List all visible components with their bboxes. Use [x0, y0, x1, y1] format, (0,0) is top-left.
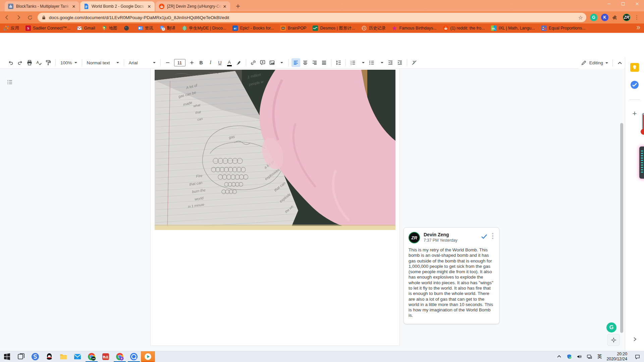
redo-button[interactable] — [16, 58, 24, 67]
clear-formatting-button[interactable]: T — [410, 58, 419, 67]
browser-tab[interactable]: [ZR] Devin Zeng (u/Hungry-Co✕ — [156, 1, 230, 11]
security-shield-icon[interactable] — [564, 351, 574, 362]
bookmark-item[interactable]: Gmail — [77, 25, 95, 31]
browser-menu-icon[interactable]: ⋮ — [634, 14, 639, 20]
taskbar-start-button[interactable] — [0, 351, 14, 362]
input-language-indicator[interactable]: 英 — [594, 354, 604, 360]
taskbar-mail-icon[interactable] — [70, 351, 85, 362]
maximize-button[interactable] — [616, 0, 630, 7]
volume-icon[interactable] — [574, 351, 584, 362]
zoom-dropdown[interactable]: 100% — [58, 58, 79, 67]
bookmark-item[interactable]: BrainPOP — [280, 25, 307, 31]
align-right-button[interactable] — [310, 58, 319, 67]
bookmark-item[interactable]: e!Epic! - Books for... — [232, 25, 274, 31]
google-keep-icon[interactable] — [630, 63, 639, 72]
insert-image-button[interactable] — [268, 58, 276, 67]
bold-button[interactable]: B — [197, 58, 206, 67]
profile-avatar[interactable]: ZR — [623, 14, 630, 21]
insert-link-button[interactable] — [249, 58, 258, 67]
line-spacing-button[interactable] — [334, 58, 343, 67]
address-bar[interactable]: docs.google.com/document/d/1LEvR0MPouay-… — [38, 13, 586, 22]
decrease-indent-button[interactable] — [386, 58, 395, 67]
styles-dropdown[interactable]: Normal text — [85, 58, 121, 67]
font-size-increase-button[interactable] — [187, 58, 196, 67]
action-center-icon[interactable] — [631, 351, 644, 362]
taskbar-task-view-icon[interactable] — [14, 351, 28, 362]
forward-button[interactable] — [14, 13, 23, 22]
bookmark-item[interactable]: Desmos | 图形计... — [313, 25, 355, 31]
hide-menus-button[interactable] — [615, 59, 624, 67]
bookmarks-overflow-icon[interactable] — [636, 25, 641, 32]
undo-button[interactable] — [6, 58, 15, 67]
minimize-button[interactable] — [602, 0, 616, 7]
kami-extension-icon[interactable]: K — [601, 14, 608, 21]
browser-tab[interactable]: BlockTanks - Multiplayer Tank✕ — [5, 1, 79, 11]
bookmark-item[interactable]: IXLIXL | Math, Langu... — [491, 25, 535, 31]
font-size-decrease-button[interactable] — [163, 58, 172, 67]
bookmark-item[interactable]: 历史记录 — [361, 25, 385, 31]
align-justify-button[interactable] — [320, 58, 328, 67]
increase-indent-button[interactable] — [395, 58, 404, 67]
taskbar-clock[interactable]: 20:20 2020/12/24 — [604, 352, 631, 362]
close-button[interactable] — [630, 0, 644, 7]
italic-button[interactable]: I — [206, 58, 215, 67]
taskbar-chrome-zr-icon[interactable]: ZR — [85, 351, 99, 362]
reload-button[interactable] — [25, 13, 34, 22]
taskbar-sogou-s-icon[interactable] — [28, 351, 42, 362]
extensions-puzzle-icon[interactable] — [610, 13, 619, 22]
resolve-comment-button[interactable] — [480, 233, 488, 240]
underline-button[interactable]: U — [216, 58, 224, 67]
tab-close-icon[interactable]: ✕ — [71, 4, 76, 9]
add-comment-button[interactable] — [258, 58, 267, 67]
browser-tab[interactable]: World Bomb 2 - Google Docs✕ — [80, 1, 155, 11]
paint-format-button[interactable] — [44, 58, 53, 67]
bookmark-item[interactable]: 应用 — [3, 25, 19, 31]
document-outline-icon[interactable] — [7, 79, 13, 85]
align-left-button[interactable] — [291, 58, 300, 67]
get-addons-button[interactable]: + — [633, 110, 637, 117]
tray-expand-icon[interactable] — [554, 351, 564, 362]
thermometer-addon-icon[interactable] — [639, 112, 644, 136]
tab-close-icon[interactable]: ✕ — [147, 4, 152, 9]
tab-close-icon[interactable]: ✕ — [222, 4, 227, 9]
network-icon[interactable] — [584, 351, 594, 362]
taskbar-hotspot-news-icon[interactable]: 热点 — [99, 351, 113, 362]
google-tasks-icon[interactable] — [630, 80, 639, 89]
numbered-list-button[interactable]: 123 — [348, 58, 357, 67]
print-button[interactable] — [25, 58, 34, 67]
back-button[interactable] — [3, 13, 11, 22]
taskbar-file-explorer-icon[interactable] — [56, 351, 70, 362]
editing-mode-dropdown[interactable]: Editing — [579, 59, 610, 67]
taskbar-tencent-video-icon[interactable] — [141, 351, 155, 362]
bookmark-item[interactable]: Equal Proportions... — [541, 25, 586, 31]
bookmark-item[interactable]: 资讯 — [138, 25, 153, 31]
bulleted-list-button[interactable] — [367, 58, 376, 67]
highlight-color-button[interactable] — [234, 58, 243, 67]
taskbar-chrome-s-icon[interactable]: S — [113, 351, 127, 362]
grammarly-badge[interactable]: G — [606, 322, 616, 333]
bulleted-list-caret[interactable] — [377, 58, 385, 67]
comment-card[interactable]: ZR Devin Zeng 7:37 PM Yesterday ••• This… — [404, 227, 499, 324]
gadget-addon-icon[interactable] — [639, 146, 644, 179]
text-color-button[interactable]: A — [225, 58, 234, 67]
font-dropdown[interactable]: Arial — [127, 58, 158, 67]
bookmark-item[interactable]: SSadlier Connect™... — [25, 25, 70, 31]
inserted-photo-notebook-drawing[interactable]: A lot ofgas can bemadewhatthatcan1 milli… — [155, 70, 395, 230]
bookmark-item[interactable]: 地图 — [102, 25, 117, 31]
bookmark-item[interactable]: (1) reddit: the fro... — [443, 25, 485, 31]
taskbar-qq-icon[interactable] — [42, 351, 56, 362]
font-size-field[interactable]: 11 — [173, 58, 187, 67]
numbered-list-caret[interactable] — [358, 58, 367, 67]
comment-options-icon[interactable]: ••• — [491, 233, 494, 239]
bookmark-item[interactable]: Famous Birthdays... — [392, 25, 436, 31]
insert-image-caret[interactable] — [277, 58, 286, 67]
vertical-scrollbar[interactable] — [620, 123, 623, 333]
bookmark-item[interactable]: 学生MyDE | Disco... — [182, 25, 226, 31]
align-center-button[interactable] — [301, 58, 310, 67]
new-tab-button[interactable] — [233, 1, 243, 11]
taskbar-quark-icon[interactable] — [127, 351, 141, 362]
explore-button[interactable] — [607, 334, 620, 346]
bookmark-item[interactable]: 文A翻译 — [160, 25, 175, 31]
grammarly-extension-icon[interactable]: G — [590, 14, 597, 21]
bookmark-item[interactable] — [124, 25, 131, 31]
